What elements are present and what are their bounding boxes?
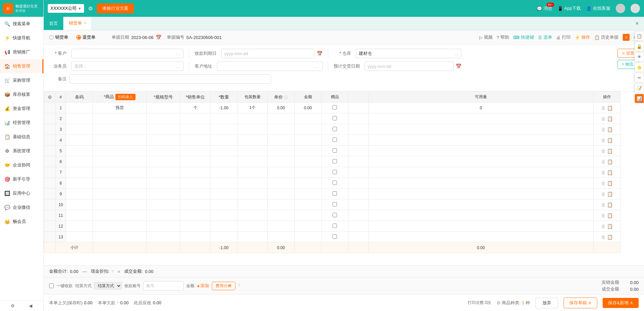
gear-icon[interactable]: ⚙ — [87, 4, 94, 13]
delete-icon[interactable]: 🗑 — [601, 116, 606, 121]
float-item-6[interactable]: 📝 — [635, 83, 644, 93]
add-payment-btn[interactable]: ● 添加 — [197, 283, 209, 289]
sidebar-item-apps[interactable]: 🔲 应用中心 — [0, 186, 43, 200]
row-pack-qty-1[interactable]: 1个 — [237, 103, 268, 113]
sidebar-item-marketing[interactable]: 📢 营销推广 — [0, 45, 43, 59]
sidebar-item-guide[interactable]: 🎯 新手引导 — [0, 172, 43, 186]
delete-icon[interactable]: 🗑 — [601, 181, 606, 186]
row-unit-1[interactable]: 个 — [180, 103, 211, 113]
gear-icon[interactable]: ⚙ — [48, 94, 52, 100]
delete-icon[interactable]: 🗑 — [601, 148, 606, 154]
copy-icon[interactable]: 📋 — [607, 159, 613, 164]
sidebar-settings-btn[interactable]: ⚙ — [4, 303, 22, 308]
sidebar-item-sales[interactable]: 🏠 销售管理 — [0, 59, 43, 73]
payment-due-calendar-icon[interactable]: 📅 — [317, 51, 323, 56]
trial-button[interactable]: 体验行业方案 — [97, 3, 134, 13]
delete-icon[interactable]: 🗑 — [601, 224, 606, 229]
float-item-5[interactable]: ✏ — [635, 73, 644, 82]
copy-icon[interactable]: 📋 — [607, 191, 613, 197]
payment-due-input[interactable]: yyyy-mm-dd — [221, 49, 315, 58]
th-gear[interactable]: ⚙ — [44, 92, 56, 103]
notification-item[interactable]: 💬 消息 99+ — [537, 5, 552, 11]
copy-icon[interactable]: 📋 — [607, 181, 613, 186]
tab-home[interactable]: 首页 — [44, 17, 64, 30]
copy-icon[interactable]: 📋 — [607, 202, 613, 207]
float-item-3[interactable]: 👁 — [635, 52, 644, 62]
float-item-4[interactable]: ⭐ — [635, 63, 644, 72]
sidebar-item-collab[interactable]: 🤝 企业协同 — [0, 158, 43, 172]
sidebar-item-member[interactable]: 👑 畅会员 — [0, 215, 43, 229]
warehouse-input[interactable]: 建材仓 … — [356, 49, 461, 58]
tab-end-close[interactable]: × — [636, 17, 644, 30]
delete-icon[interactable]: 🗑 — [601, 202, 606, 207]
float-item-orange[interactable]: 📊 — [635, 94, 644, 103]
price-info-icon[interactable]: ⓘ — [284, 95, 288, 99]
delete-icon[interactable]: 🗑 — [601, 213, 606, 218]
copy-icon[interactable]: 📋 — [607, 138, 613, 143]
toolbar-shortcut[interactable]: ⌨ 快捷键 — [513, 34, 534, 40]
salesperson-input[interactable]: 选择... … — [71, 62, 184, 71]
toolbar-video[interactable]: ▷ 视频 — [479, 34, 493, 40]
save-draft-button[interactable]: 保存草稿 ∧ — [564, 298, 597, 308]
app-download-item[interactable]: 📱 App下载 — [558, 5, 581, 11]
one-click-payment-checkbox[interactable] — [49, 283, 54, 288]
copy-icon[interactable]: 📋 — [607, 116, 613, 121]
company-selector[interactable]: XXXXXX公司 ▼ — [48, 4, 84, 13]
float-item-2[interactable]: 🔒 — [635, 42, 644, 51]
discard-button[interactable]: 放弃 — [535, 298, 558, 308]
copy-icon[interactable]: 📋 — [607, 170, 613, 175]
customer-input[interactable]: … — [71, 49, 184, 58]
sidebar-collapse-btn[interactable]: ◀ — [22, 303, 40, 308]
float-item-1[interactable]: 📋 — [635, 31, 644, 41]
row-qty-1[interactable]: -1.00 — [211, 103, 237, 113]
delete-icon-1[interactable]: 🗑 — [601, 105, 606, 111]
avatar[interactable] — [616, 4, 625, 13]
delete-icon[interactable]: 🗑 — [601, 234, 606, 240]
delete-icon[interactable]: 🗑 — [601, 170, 606, 175]
row-product-1[interactable]: 拣货 — [93, 103, 147, 113]
sidebar-item-finance[interactable]: 💰 资金管理 — [0, 102, 43, 116]
view-list-btn[interactable]: ≡ — [622, 34, 630, 41]
online-service-item[interactable]: 👤 在线客服 — [586, 5, 610, 11]
row-gift-1[interactable] — [321, 103, 348, 113]
delete-icon[interactable]: 🗑 — [601, 191, 606, 197]
sidebar-item-purchase[interactable]: 🛒 采购管理 — [0, 73, 43, 87]
copy-icon[interactable]: 📋 — [607, 127, 613, 132]
copy-icon[interactable]: 📋 — [607, 224, 613, 229]
radio-return-order[interactable]: 退货单 — [76, 34, 96, 40]
row-price-1[interactable]: 0.00 — [268, 103, 295, 113]
sidebar-item-inventory[interactable]: 📦 库存核算 — [0, 87, 43, 102]
discount-info-icon[interactable]: ? — [112, 269, 114, 273]
gift-checkbox-1[interactable] — [333, 105, 337, 110]
toolbar-history[interactable]: 📋 历史单据 — [594, 34, 618, 40]
owe-info-icon[interactable]: ? — [117, 301, 119, 305]
customer-addr-input[interactable]: … — [217, 62, 323, 71]
copy-icon[interactable]: 📋 — [607, 148, 613, 154]
delete-icon[interactable]: 🗑 — [601, 159, 606, 164]
row-spec-1[interactable] — [147, 103, 180, 113]
delete-icon[interactable]: 🗑 — [601, 127, 606, 132]
date-calendar-icon[interactable]: 📅 — [156, 35, 161, 40]
sidebar-item-wechat[interactable]: 💬 企业微信 — [0, 200, 43, 215]
row-amount-1[interactable]: 0.00 — [295, 103, 321, 113]
toolbar-operation[interactable]: ⚡ 操作 — [575, 34, 590, 40]
scan-button[interactable]: 扫码录入 — [115, 94, 136, 100]
tab-close-icon[interactable]: × — [84, 21, 86, 25]
tab-sales-order[interactable]: 销货单 × — [64, 17, 92, 30]
toolbar-select[interactable]: ☰ 选单 — [538, 34, 552, 40]
radio-sales-order[interactable]: 销货单 — [49, 34, 68, 40]
sidebar-item-system[interactable]: ⚙ 系统管理 — [0, 144, 43, 158]
toolbar-help[interactable]: ? 帮助 — [497, 34, 509, 40]
row-barcode-1[interactable] — [66, 103, 93, 113]
delete-icon[interactable]: 🗑 — [601, 138, 606, 143]
expected-date-input[interactable]: yyyy-mm-dd — [365, 62, 454, 71]
expense-help-icon[interactable]: ? — [238, 283, 240, 288]
calc-method-select[interactable]: 结算方式 — [94, 282, 122, 289]
expense-split-button[interactable]: 费用分摊 — [212, 282, 235, 290]
expected-date-calendar-icon[interactable]: 📅 — [456, 64, 461, 69]
sidebar-item-basic[interactable]: 📋 基础信息 — [0, 130, 43, 144]
notes-input[interactable] — [69, 74, 271, 84]
copy-icon[interactable]: 📋 — [607, 213, 613, 218]
save-new-button[interactable]: 保存&新增 ∧ — [603, 298, 639, 308]
copy-icon-1[interactable]: 📋 — [607, 105, 613, 111]
